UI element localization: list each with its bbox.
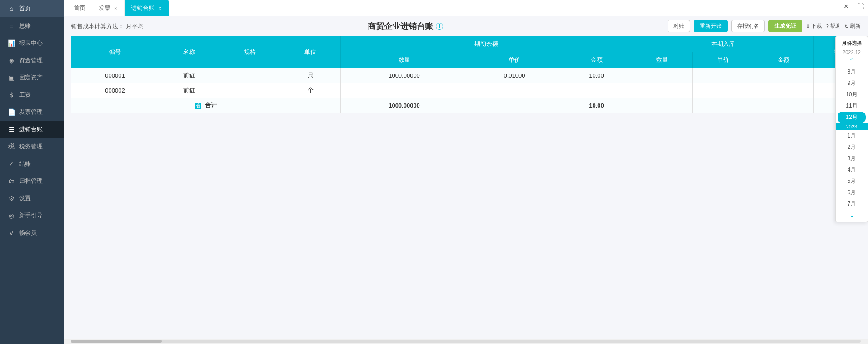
month-down-arrow[interactable]: ⌄ bbox=[849, 210, 855, 220]
help-button[interactable]: ? 帮助 bbox=[826, 22, 841, 30]
sidebar-item-home[interactable]: ⌂ 首页 bbox=[0, 0, 64, 17]
month-1[interactable]: 1月 bbox=[836, 130, 868, 142]
month-9[interactable]: 9月 bbox=[836, 78, 868, 89]
month-panel-title: 月份选择 bbox=[842, 38, 862, 49]
top-bar: 销售成本计算方法： 月平均 商贸企业进销台账 i 对账 重新开账 存报别名 生成… bbox=[64, 16, 868, 36]
month-7[interactable]: 7月 bbox=[836, 198, 868, 210]
tab-invoice[interactable]: 发票 × bbox=[92, 0, 125, 16]
tab-bar: 首页 发票 × 进销台账 × bbox=[64, 0, 868, 16]
month-up-arrow[interactable]: ⌃ bbox=[849, 56, 855, 66]
window-controls: ✕ ⛶ bbox=[839, 0, 868, 13]
month-5[interactable]: 5月 bbox=[836, 176, 868, 187]
month-10[interactable]: 10月 bbox=[836, 89, 868, 100]
sidebar-item-invoice-management[interactable]: 📄 发票管理 bbox=[0, 103, 64, 121]
tab-purchase-sales-close[interactable]: × bbox=[157, 5, 162, 11]
th-opening-balance: 期初余额 bbox=[341, 36, 632, 52]
sidebar-item-label: 工资 bbox=[19, 91, 31, 99]
sidebar-item-close-account[interactable]: ✓ 结账 bbox=[0, 155, 64, 172]
month-4[interactable]: 4月 bbox=[836, 164, 868, 176]
sidebar-item-label: 新手引导 bbox=[19, 211, 43, 220]
total-opening-price bbox=[468, 98, 561, 113]
th-unit: 单位 bbox=[280, 36, 340, 68]
month-11[interactable]: 11月 bbox=[836, 100, 868, 112]
row1-in-qty bbox=[632, 68, 692, 83]
row2-opening-qty bbox=[341, 83, 468, 98]
th-current-period-in: 本期入库 bbox=[632, 36, 813, 52]
month-panel: 月份选择 2022.12 ⌃ 8月 9月 10月 11月 12月 2023 1月… bbox=[835, 36, 868, 222]
row1-spec bbox=[219, 68, 280, 83]
sidebar-item-fund-management[interactable]: ◈ 资金管理 bbox=[0, 52, 64, 69]
sidebar-item-label: 归档管理 bbox=[19, 177, 43, 185]
sidebar-item-general-ledger[interactable]: ≡ 总账 bbox=[0, 17, 64, 34]
sidebar-item-tax-management[interactable]: 税 税务管理 bbox=[0, 138, 64, 155]
th-opening-price: 单价 bbox=[468, 52, 561, 68]
sidebar-item-label: 结账 bbox=[19, 160, 31, 168]
scrollbar-track[interactable] bbox=[71, 340, 861, 343]
guide-icon: ◎ bbox=[7, 212, 15, 219]
total-in-price bbox=[693, 98, 753, 113]
close-window-button[interactable]: ✕ bbox=[839, 0, 853, 13]
tab-invoice-close[interactable]: × bbox=[113, 5, 118, 11]
cost-method: 销售成本计算方法： 月平均 bbox=[71, 22, 144, 30]
maximize-window-button[interactable]: ⛶ bbox=[853, 0, 868, 13]
tab-purchase-sales[interactable]: 进销台账 × bbox=[125, 0, 169, 16]
total-text: 合计 bbox=[205, 102, 217, 108]
info-icon[interactable]: i bbox=[436, 23, 443, 30]
th-opening-qty: 数量 bbox=[341, 52, 468, 68]
sidebar-item-beginner-guide[interactable]: ◎ 新手引导 bbox=[0, 207, 64, 224]
sidebar-item-label: 设置 bbox=[19, 194, 31, 202]
invoice-icon: 📄 bbox=[7, 108, 15, 116]
month-6[interactable]: 6月 bbox=[836, 187, 868, 198]
th-in-amount: 金额 bbox=[753, 52, 813, 68]
row1-opening-price: 0.01000 bbox=[468, 68, 561, 83]
reopen-button[interactable]: 重新开账 bbox=[694, 20, 728, 32]
sidebar-item-report-center[interactable]: 📊 报表中心 bbox=[0, 34, 64, 52]
data-table: 编号 名称 规格 单位 期初余额 本期入库 数 数量 单价 金额 数 bbox=[71, 36, 861, 113]
save-alias-button[interactable]: 存报别名 bbox=[731, 20, 765, 32]
total-in-qty bbox=[632, 98, 692, 113]
help-icon: ? bbox=[826, 23, 829, 29]
row1-unit: 只 bbox=[280, 68, 340, 83]
settings-icon: ⚙ bbox=[7, 195, 15, 202]
cost-method-value: 月平均 bbox=[126, 23, 144, 29]
sidebar-item-payroll[interactable]: $ 工资 bbox=[0, 86, 64, 103]
month-2[interactable]: 2月 bbox=[836, 142, 868, 153]
row1-in-amount bbox=[753, 68, 813, 83]
total-icon: 合 bbox=[195, 103, 201, 109]
page-content: 销售成本计算方法： 月平均 商贸企业进销台账 i 对账 重新开账 存报别名 生成… bbox=[64, 16, 868, 344]
th-code: 编号 bbox=[71, 36, 159, 68]
year-2023-marker: 2023 bbox=[836, 123, 868, 130]
sidebar-item-purchase-sales[interactable]: ☰ 进销台账 bbox=[0, 121, 64, 138]
assets-icon: ▣ bbox=[7, 74, 15, 81]
main-area: ✕ ⛶ 首页 发票 × 进销台账 × 销售成本计算方法： 月平均 商贸企业进销台… bbox=[64, 0, 868, 344]
row1-opening-amount: 10.00 bbox=[561, 68, 632, 83]
total-opening-amount: 10.00 bbox=[561, 98, 632, 113]
sidebar-item-label: 资金管理 bbox=[19, 56, 43, 64]
tab-home[interactable]: 首页 bbox=[67, 0, 92, 16]
ledger-icon: ≡ bbox=[7, 22, 15, 29]
sidebar-item-membership[interactable]: V 畅会员 bbox=[0, 224, 64, 241]
scrollbar-thumb[interactable] bbox=[71, 340, 162, 343]
help-label: 帮助 bbox=[830, 22, 841, 30]
sidebar-item-fixed-assets[interactable]: ▣ 固定资产 bbox=[0, 69, 64, 86]
tab-home-label: 首页 bbox=[74, 4, 85, 12]
month-3[interactable]: 3月 bbox=[836, 153, 868, 164]
home-icon: ⌂ bbox=[7, 5, 15, 12]
download-icon: ⬇ bbox=[806, 23, 810, 29]
th-spec: 规格 bbox=[219, 36, 280, 68]
month-12[interactable]: 12月 bbox=[838, 112, 866, 123]
tab-invoice-label: 发票 bbox=[99, 4, 110, 12]
reconcile-button[interactable]: 对账 bbox=[668, 20, 690, 32]
row2-name: 前缸 bbox=[159, 83, 219, 98]
month-8[interactable]: 8月 bbox=[836, 66, 868, 78]
refresh-label: 刷新 bbox=[850, 22, 861, 30]
total-label: 合 合计 bbox=[71, 98, 341, 113]
row1-name: 前缸 bbox=[159, 68, 219, 83]
bottom-scroll bbox=[64, 339, 868, 344]
refresh-button[interactable]: ↻ 刷新 bbox=[844, 22, 861, 30]
download-button[interactable]: ⬇ 下载 bbox=[806, 22, 822, 30]
generate-voucher-button[interactable]: 生成凭证 bbox=[768, 20, 802, 32]
sidebar-item-settings[interactable]: ⚙ 设置 bbox=[0, 190, 64, 207]
sidebar-item-archive-management[interactable]: 🗂 归档管理 bbox=[0, 172, 64, 190]
row1-code: 000001 bbox=[71, 68, 159, 83]
